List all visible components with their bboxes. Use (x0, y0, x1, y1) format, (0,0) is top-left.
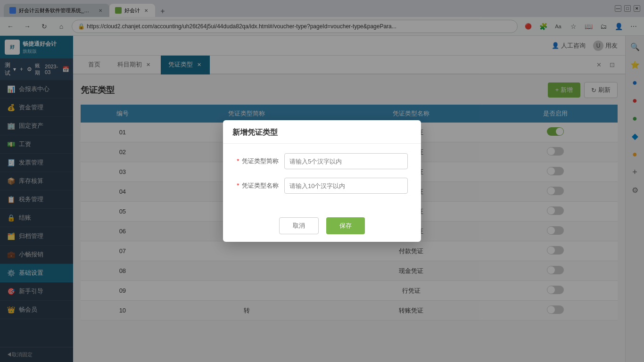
modal-footer: 取消 保存 (223, 212, 421, 242)
modal-header: 新增凭证类型 (223, 120, 421, 144)
form-row-full: * 凭证类型名称 (236, 178, 408, 194)
cancel-label: 取消 (293, 222, 305, 229)
short-name-label: * 凭证类型简称 (236, 157, 279, 165)
cancel-button[interactable]: 取消 (279, 217, 319, 234)
modal-overlay: 新增凭证类型 * 凭证类型简称 * 凭证类型名称 取消 (0, 0, 644, 362)
modal-body: * 凭证类型简称 * 凭证类型名称 (223, 144, 421, 212)
save-button[interactable]: 保存 (326, 217, 365, 234)
short-name-input[interactable] (284, 153, 408, 169)
full-name-label: * 凭证类型名称 (236, 181, 279, 190)
new-voucher-type-modal: 新增凭证类型 * 凭证类型简称 * 凭证类型名称 取消 (223, 120, 421, 242)
form-row-short: * 凭证类型简称 (236, 153, 408, 169)
modal-title: 新增凭证类型 (232, 128, 278, 138)
save-label: 保存 (339, 222, 352, 229)
required-star-1: * (237, 157, 239, 165)
full-name-input[interactable] (284, 178, 408, 194)
required-star-2: * (237, 182, 239, 189)
